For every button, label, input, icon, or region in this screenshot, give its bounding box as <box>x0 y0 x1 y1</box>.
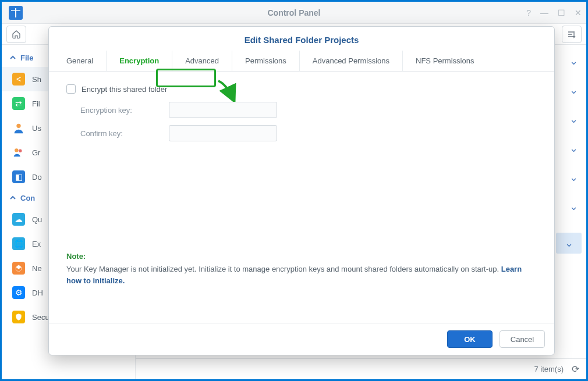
encryption-key-input[interactable] <box>169 102 277 118</box>
maximize-icon[interactable]: ☐ <box>558 8 565 17</box>
tab-general[interactable]: General <box>54 51 107 71</box>
modal-footer: OK Cancel <box>49 323 554 355</box>
chevron-down-icon[interactable]: ⌄ <box>569 84 578 97</box>
chevron-down-icon[interactable]: ⌄ <box>569 200 578 213</box>
encryption-key-row: Encryption key: <box>80 102 537 118</box>
confirm-key-input[interactable] <box>169 125 277 141</box>
refresh-icon[interactable]: ⟳ <box>572 364 579 375</box>
encrypt-checkbox-label: Encrypt this shared folder <box>82 85 167 94</box>
dhcp-icon: ⚙ <box>12 286 25 299</box>
encrypt-checkbox-row[interactable]: Encrypt this shared folder <box>66 84 537 94</box>
note-block: Note: Your Key Manager is not initialize… <box>66 251 537 287</box>
chevron-down-icon[interactable]: ⌄ <box>569 55 578 67</box>
network-icon <box>12 262 25 275</box>
app-icon <box>9 6 23 20</box>
group-icon <box>12 146 25 159</box>
tab-permissions[interactable]: Permissions <box>232 51 300 71</box>
svg-point-1 <box>15 148 18 152</box>
note-text: Your Key Manager is not initialized yet.… <box>66 265 499 273</box>
home-button[interactable] <box>6 26 26 43</box>
edit-shared-folder-modal: Edit Shared Folder Projects General Encr… <box>48 26 555 355</box>
sort-button[interactable] <box>562 26 582 43</box>
help-icon[interactable]: ? <box>526 8 531 17</box>
window-controls: ? — ☐ ✕ <box>526 8 582 17</box>
user-icon <box>12 122 25 134</box>
domain-icon: ◧ <box>12 170 25 183</box>
minimize-icon[interactable]: — <box>540 8 548 17</box>
ok-button[interactable]: OK <box>447 330 493 348</box>
chevron-down-icon[interactable]: ⌄ <box>569 113 578 126</box>
window-titlebar: Control Panel ? — ☐ ✕ <box>2 2 586 24</box>
modal-title: Edit Shared Folder Projects <box>49 27 554 51</box>
row-chevron-active[interactable]: ⌄ <box>556 233 582 254</box>
tab-advanced-permissions[interactable]: Advanced Permissions <box>300 51 403 71</box>
note-heading: Note: <box>66 251 537 262</box>
chevron-down-icon[interactable]: ⌄ <box>569 142 578 155</box>
row-chevrons: ⌄ ⌄ ⌄ ⌄ ⌄ ⌄ <box>569 55 578 213</box>
tab-nfs-permissions[interactable]: NFS Permissions <box>403 51 487 71</box>
svg-point-2 <box>19 149 22 153</box>
tab-encryption[interactable]: Encryption <box>107 51 172 71</box>
modal-body: Encrypt this shared folder Encryption ke… <box>49 72 554 323</box>
confirm-key-row: Confirm key: <box>80 125 537 141</box>
encryption-key-label: Encryption key: <box>80 106 160 115</box>
globe-icon: 🌐 <box>12 237 25 250</box>
shield-icon <box>12 311 25 323</box>
file-icon: ⇄ <box>12 97 25 110</box>
window-title: Control Panel <box>267 8 320 17</box>
status-bar: 7 item(s) ⟳ <box>136 358 586 379</box>
modal-tabs: General Encryption Advanced Permissions … <box>49 51 554 72</box>
item-count: 7 item(s) <box>534 365 564 373</box>
cancel-button[interactable]: Cancel <box>500 330 545 348</box>
close-icon[interactable]: ✕ <box>575 8 582 17</box>
chevron-down-icon[interactable]: ⌄ <box>569 171 578 184</box>
svg-point-0 <box>16 124 20 128</box>
checkbox-unchecked-icon[interactable] <box>66 84 76 94</box>
chevron-down-icon: ⌄ <box>565 237 573 250</box>
share-icon: < <box>12 73 25 86</box>
confirm-key-label: Confirm key: <box>80 129 160 138</box>
tab-advanced[interactable]: Advanced <box>172 51 232 71</box>
cloud-icon: ☁ <box>12 213 25 226</box>
